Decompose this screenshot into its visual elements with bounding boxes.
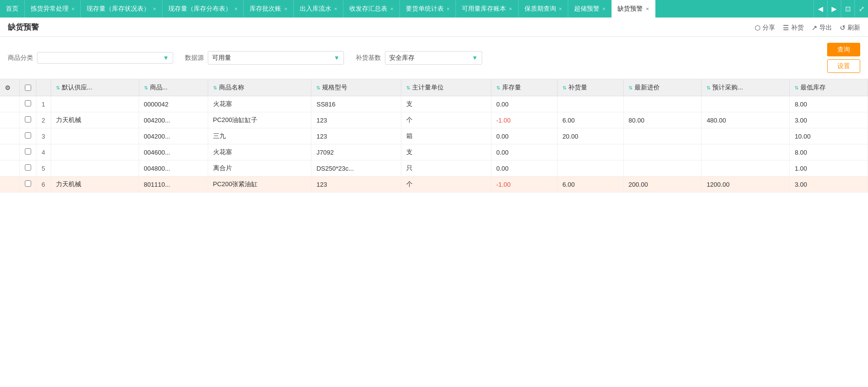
- row-number: 5: [36, 160, 51, 176]
- row-goods-name: PC200油缸缸子: [208, 112, 311, 128]
- row-latest-price: 80.00: [623, 112, 702, 128]
- close-icon[interactable]: ×: [602, 6, 605, 12]
- row-check-cell[interactable]: [19, 160, 36, 176]
- tab-window-button[interactable]: ⊡: [841, 0, 854, 18]
- row-latest-price: [623, 144, 702, 160]
- row-checkbox[interactable]: [25, 148, 31, 155]
- row-number: 4: [36, 144, 51, 160]
- tab-batch-account[interactable]: 库存批次账 ×: [244, 0, 293, 18]
- column-min-stock[interactable]: ⇅ 最低库存: [790, 79, 868, 96]
- tab-pick-exception[interactable]: 拣货异常处理 ×: [25, 0, 81, 18]
- supplement-base-value: 安全库存: [389, 53, 415, 62]
- tab-order-stats[interactable]: 要货单统计表 ×: [400, 0, 456, 18]
- supplement-button[interactable]: ☰ 补货: [783, 23, 804, 32]
- settings-button[interactable]: 设置: [827, 59, 860, 73]
- row-est-purchase: 1200.00: [702, 176, 790, 193]
- column-goods-name[interactable]: ⇅ 商品名称: [208, 79, 311, 96]
- select-all-checkbox[interactable]: [25, 85, 31, 91]
- row-goods-code: 004800...: [139, 160, 208, 176]
- close-icon[interactable]: ×: [559, 6, 562, 12]
- row-checkbox[interactable]: [25, 100, 31, 106]
- tab-shortage[interactable]: 缺货预警 ×: [612, 0, 655, 18]
- row-unit: 个: [401, 112, 491, 128]
- tab-expand-button[interactable]: ⤢: [854, 0, 868, 18]
- row-est-purchase: [702, 160, 790, 176]
- row-check-cell[interactable]: [19, 96, 36, 112]
- column-default-supplier[interactable]: ⇅ 默认供应...: [51, 79, 139, 96]
- page-header: 缺货预警 ⬡ 分享 ☰ 补货 ↗ 导出 ↺ 刷新: [0, 18, 868, 37]
- row-supplement-qty: 6.00: [557, 112, 623, 128]
- row-check-cell[interactable]: [19, 144, 36, 160]
- supplement-icon: ☰: [783, 24, 789, 32]
- row-goods-code: 801110...: [139, 176, 208, 193]
- supplement-base-filter-group: 补货基数 安全库存 ▼: [356, 51, 482, 65]
- supplement-base-select[interactable]: 安全库存 ▼: [385, 51, 482, 65]
- row-goods-name: 火花塞: [208, 96, 311, 112]
- row-stock-qty: -1.00: [491, 112, 557, 128]
- close-icon[interactable]: ×: [334, 6, 337, 12]
- close-icon[interactable]: ×: [72, 6, 74, 12]
- column-spec[interactable]: ⇅ 规格型号: [311, 79, 401, 96]
- category-label: 商品分类: [8, 53, 33, 62]
- category-filter-group: 商品分类 ▼: [8, 52, 173, 64]
- row-supplement-qty: [557, 96, 623, 112]
- column-check[interactable]: [19, 79, 36, 96]
- export-button[interactable]: ↗ 导出: [812, 23, 832, 32]
- row-spec: 123: [311, 128, 401, 144]
- row-latest-price: [623, 128, 702, 144]
- column-goods-code[interactable]: ⇅ 商品...: [139, 79, 208, 96]
- close-icon[interactable]: ×: [153, 6, 156, 12]
- row-checkbox[interactable]: [25, 164, 31, 171]
- share-button[interactable]: ⬡ 分享: [755, 23, 775, 32]
- row-check-cell[interactable]: [19, 176, 36, 193]
- row-checkbox[interactable]: [25, 180, 31, 187]
- close-icon[interactable]: ×: [235, 6, 237, 12]
- column-gear[interactable]: ⚙: [0, 79, 19, 96]
- row-check-cell[interactable]: [19, 128, 36, 144]
- column-unit[interactable]: ⇅ 主计量单位: [401, 79, 491, 96]
- column-num: [36, 79, 51, 96]
- tab-available-ledger[interactable]: 可用量库存账本 ×: [456, 0, 518, 18]
- row-number: 2: [36, 112, 51, 128]
- row-goods-code: 004200...: [139, 112, 208, 128]
- row-unit: 支: [401, 144, 491, 160]
- close-icon[interactable]: ×: [284, 6, 287, 12]
- table-row: 1 0000042 火花塞 SS816 支 0.00 8.00: [0, 96, 868, 112]
- tab-stock-status[interactable]: 现存量（库存状况表） ×: [81, 0, 162, 18]
- column-stock-qty[interactable]: ⇅ 库存量: [491, 79, 557, 96]
- refresh-button[interactable]: ↺ 刷新: [840, 23, 860, 32]
- tab-overstock[interactable]: 超储预警 ×: [568, 0, 612, 18]
- row-number: 6: [36, 176, 51, 193]
- row-default-supplier: [51, 144, 139, 160]
- close-icon[interactable]: ×: [390, 6, 393, 12]
- tab-home[interactable]: 首页: [0, 0, 25, 18]
- close-icon[interactable]: ×: [509, 6, 512, 12]
- tab-receive-summary[interactable]: 收发存汇总表 ×: [344, 0, 399, 18]
- row-check-cell[interactable]: [19, 112, 36, 128]
- datasource-select[interactable]: 可用量 ▼: [208, 51, 344, 65]
- category-select[interactable]: ▼: [37, 52, 173, 64]
- row-stock-qty: -1.00: [491, 176, 557, 193]
- row-unit: 箱: [401, 128, 491, 144]
- tab-expiry-query[interactable]: 保质期查询 ×: [519, 0, 568, 18]
- column-est-purchase[interactable]: ⇅ 预计采购...: [702, 79, 790, 96]
- chevron-down-icon: ▼: [334, 54, 340, 61]
- tab-prev-button[interactable]: ◀: [814, 0, 827, 18]
- tab-next-button[interactable]: ▶: [827, 0, 841, 18]
- tab-inout-flow[interactable]: 出入库流水 ×: [294, 0, 344, 18]
- column-latest-price[interactable]: ⇅ 最新进价: [623, 79, 702, 96]
- row-min-stock: 8.00: [790, 96, 868, 112]
- query-button[interactable]: 查询: [827, 43, 860, 56]
- row-min-stock: 8.00: [790, 144, 868, 160]
- row-est-purchase: [702, 128, 790, 144]
- row-supplement-qty: 20.00: [557, 128, 623, 144]
- row-checkbox[interactable]: [25, 116, 31, 123]
- tab-stock-dist[interactable]: 现存量（库存分布表） ×: [163, 0, 244, 18]
- column-supplement-qty[interactable]: ⇅ 补货量: [557, 79, 623, 96]
- row-number: 3: [36, 128, 51, 144]
- row-checkbox[interactable]: [25, 132, 31, 139]
- row-min-stock: 1.00: [790, 160, 868, 176]
- close-icon[interactable]: ×: [447, 6, 450, 12]
- close-icon[interactable]: ×: [646, 6, 649, 12]
- row-min-stock: 3.00: [790, 112, 868, 128]
